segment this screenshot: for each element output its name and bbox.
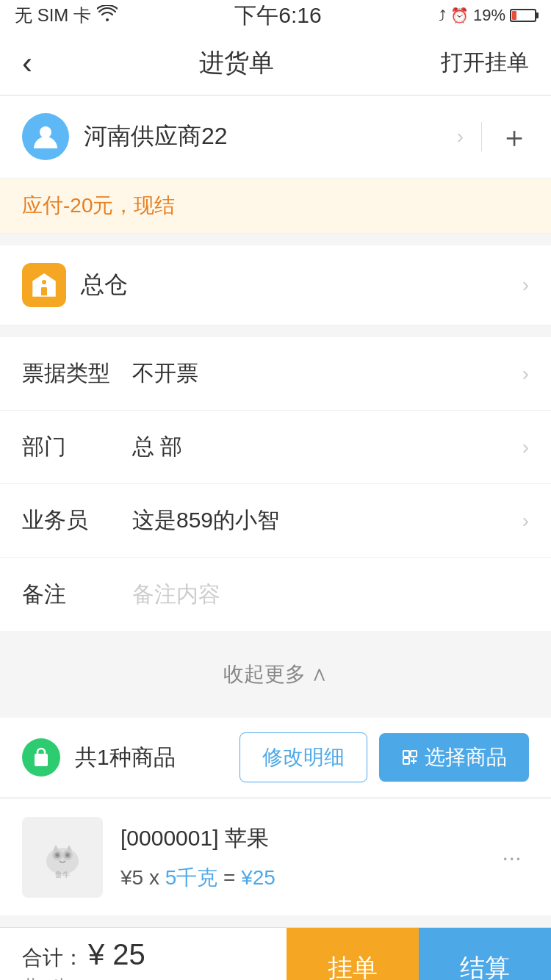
supplier-avatar [22,113,69,160]
modify-detail-button[interactable]: 修改明细 [240,732,367,782]
warehouse-name: 总仓 [81,269,515,301]
warehouse-icon-wrap [22,263,66,307]
total-amount-row: 合计： ¥ 25 [22,938,264,972]
svg-point-2 [42,280,46,284]
sales-label: 业务员 [22,505,118,536]
svg-point-14 [56,854,59,857]
department-label: 部门 [22,432,118,462]
warehouse-chevron-icon: › [522,273,529,297]
invoice-label: 票据类型 [22,359,118,389]
sales-chevron-icon: › [522,509,529,533]
product-price-row: ¥5 x 5千克 = ¥25 [120,864,494,892]
location-icon: ⤴ [439,7,446,24]
warehouse-row[interactable]: 总仓 › [0,245,551,325]
supplier-row[interactable]: 河南供应商22 › ＋ [0,96,551,179]
svg-rect-1 [41,287,47,296]
equals-sign: = [223,866,241,889]
product-bag-icon [22,738,60,777]
footer-total: 合计： ¥ 25 共1种 [0,938,287,981]
invoice-row[interactable]: 票据类型 不开票 › [0,337,551,411]
supplier-name: 河南供应商22 [84,120,450,153]
svg-point-0 [40,126,51,138]
invoice-chevron-icon: › [522,362,529,386]
product-code: [0000001] [120,826,225,850]
product-count: 共1种商品 [75,743,240,773]
svg-rect-5 [411,751,417,757]
product-name: [0000001] 苹果 [120,824,494,854]
department-chevron-icon: › [522,436,529,459]
back-button[interactable]: ‹ [22,46,32,81]
invoice-value: 不开票 [118,359,515,389]
status-right: ⤴ ⏰ 19% [439,6,536,25]
subtotal: ¥25 [241,866,276,889]
collapse-bar[interactable]: 收起更多 ∧ [0,643,551,706]
battery-icon [510,9,536,22]
select-product-button[interactable]: 选择商品 [379,733,529,782]
product-item: 鲁牛 [0000001] 苹果 ¥5 x 5千克 = ¥25 ··· [0,799,551,915]
department-value: 总 部 [118,432,515,462]
quantity: 5千克 [165,866,218,889]
product-header: 共1种商品 修改明细 选择商品 [0,718,551,798]
footer: 合计： ¥ 25 共1种 挂单 结算 [0,927,551,980]
alarm-icon: ⏰ [450,7,469,24]
open-hang-button[interactable]: 打开挂单 [441,48,529,78]
battery-percentage: 19% [473,6,505,25]
supplier-chevron-icon: › [457,125,464,148]
form-section: 票据类型 不开票 › 部门 总 部 › 业务员 这是859的小智 › 备注 备注… [0,337,551,631]
product-thumbnail: 鲁牛 [22,817,103,898]
unit-price: ¥5 x [120,866,165,889]
product-more-button[interactable]: ··· [494,837,529,879]
carrier-text: 无 SIM 卡 [15,4,91,27]
status-left: 无 SIM 卡 [15,4,118,27]
add-supplier-button[interactable]: ＋ [500,122,529,151]
supplier-alert-banner: 应付-20元，现结 [0,179,551,233]
status-bar: 无 SIM 卡 下午6:16 ⤴ ⏰ 19% [0,0,551,31]
page-title: 进货单 [199,46,274,80]
total-label: 合计： [22,944,84,972]
total-amount: ¥ 25 [88,938,145,971]
svg-rect-3 [35,754,48,766]
total-count: 共1种 [22,975,264,981]
svg-rect-4 [403,751,409,757]
product-info: [0000001] 苹果 ¥5 x 5千克 = ¥25 [120,824,494,892]
supplier-divider [481,122,482,151]
department-row[interactable]: 部门 总 部 › [0,411,551,484]
hang-button[interactable]: 挂单 [287,928,419,981]
product-title: 苹果 [225,826,269,850]
supplier-alert-text: 应付-20元，现结 [22,194,175,217]
supplier-section: 河南供应商22 › ＋ 应付-20元，现结 [0,96,551,234]
sales-value: 这是859的小智 [118,505,515,536]
svg-text:鲁牛: 鲁牛 [55,871,70,879]
main-content: 河南供应商22 › ＋ 应付-20元，现结 总仓 › 票据类型 不开票 › [0,96,551,980]
svg-point-15 [66,854,69,857]
checkout-button[interactable]: 结算 [419,928,551,981]
remark-label: 备注 [22,580,118,610]
sales-row[interactable]: 业务员 这是859的小智 › [0,484,551,558]
nav-bar: ‹ 进货单 打开挂单 [0,31,551,96]
svg-rect-6 [403,758,409,764]
remark-row[interactable]: 备注 备注内容 [0,558,551,631]
wifi-icon [97,5,118,26]
status-time: 下午6:16 [234,1,321,31]
collapse-label: 收起更多 ∧ [223,663,328,685]
remark-input[interactable]: 备注内容 [118,580,529,610]
select-product-label: 选择商品 [425,743,507,771]
